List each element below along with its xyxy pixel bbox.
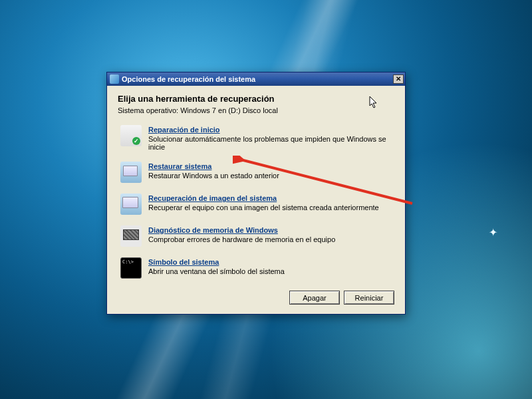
- button-row: Apagar Reiniciar: [118, 284, 394, 306]
- tool-text: Recuperación de imagen del sistema Recup…: [148, 194, 394, 211]
- system-restore-icon: [120, 162, 142, 183]
- titlebar[interactable]: Opciones de recuperación del sistema ✕: [107, 72, 405, 86]
- decorative-bird: ✦: [489, 226, 497, 239]
- memory-diagnostic-icon: [120, 225, 142, 247]
- tool-list: Reparación de inicio Solucionar automáti…: [118, 121, 394, 284]
- window-title: Opciones de recuperación del sistema: [122, 75, 393, 83]
- command-prompt-link[interactable]: Símbolo del sistema: [148, 258, 219, 266]
- command-prompt-icon: [120, 257, 142, 279]
- window-icon: [110, 74, 119, 84]
- tool-command-prompt: Símbolo del sistema Abrir una ventana de…: [118, 253, 394, 284]
- tool-text: Diagnóstico de memoria de Windows Compro…: [148, 225, 394, 243]
- tool-text: Reparación de inicio Solucionar automáti…: [148, 125, 394, 151]
- tool-memory-diagnostic: Diagnóstico de memoria de Windows Compro…: [118, 221, 394, 252]
- memory-diagnostic-desc: Comprobar errores de hardware de memoria…: [148, 235, 394, 243]
- image-recovery-desc: Recuperar el equipo con una imagen del s…: [148, 203, 394, 211]
- system-restore-link[interactable]: Restaurar sistema: [148, 162, 211, 170]
- close-button[interactable]: ✕: [393, 74, 404, 84]
- window-content: Elija una herramienta de recuperación Si…: [107, 86, 405, 314]
- memory-diagnostic-link[interactable]: Diagnóstico de memoria de Windows: [148, 226, 278, 234]
- command-prompt-desc: Abrir una ventana del símbolo del sistem…: [148, 267, 394, 275]
- image-recovery-icon: [120, 194, 142, 215]
- tool-text: Restaurar sistema Restaurar Windows a un…: [148, 162, 394, 180]
- page-heading: Elija una herramienta de recuperación: [118, 94, 394, 104]
- recovery-options-window: Opciones de recuperación del sistema ✕ E…: [106, 72, 406, 315]
- os-info: Sistema operativo: Windows 7 en (D:) Dis…: [118, 106, 394, 114]
- restart-button[interactable]: Reiniciar: [344, 291, 394, 305]
- tool-system-restore: Restaurar sistema Restaurar Windows a un…: [118, 158, 394, 188]
- startup-repair-link[interactable]: Reparación de inicio: [148, 126, 220, 134]
- tool-image-recovery: Recuperación de imagen del sistema Recup…: [118, 190, 394, 220]
- startup-repair-desc: Solucionar automáticamente los problemas…: [148, 135, 394, 151]
- startup-repair-icon: [120, 125, 142, 146]
- image-recovery-link[interactable]: Recuperación de imagen del sistema: [148, 194, 277, 202]
- tool-startup-repair: Reparación de inicio Solucionar automáti…: [118, 121, 394, 156]
- shutdown-button[interactable]: Apagar: [289, 291, 340, 305]
- system-restore-desc: Restaurar Windows a un estado anterior: [148, 172, 394, 180]
- tool-text: Símbolo del sistema Abrir una ventana de…: [148, 257, 394, 275]
